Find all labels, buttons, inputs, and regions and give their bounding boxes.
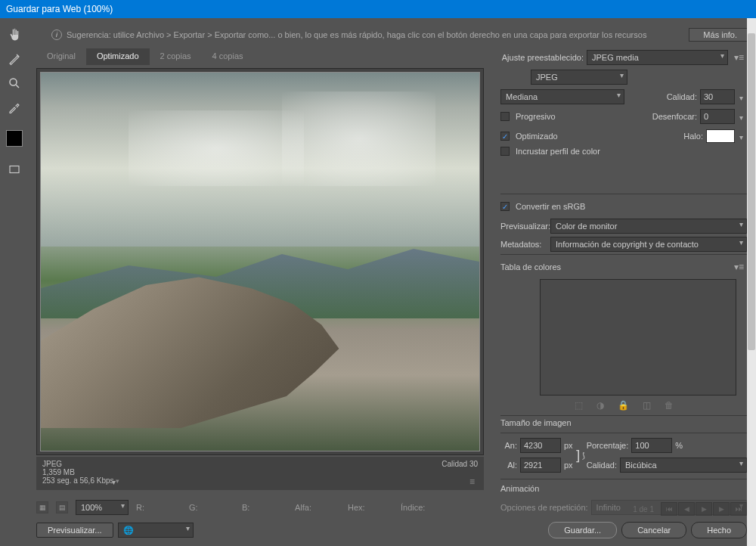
quality-mode-select[interactable]: Mediana: [500, 89, 624, 104]
status-quality: Calidad 30: [442, 460, 478, 468]
preset-menu-icon[interactable]: ▾≡: [731, 52, 747, 63]
browser-select[interactable]: 🌐: [118, 523, 194, 538]
ct-lock-icon[interactable]: 🔒: [618, 400, 629, 411]
hex-readout: Hex:: [348, 503, 393, 512]
indice-readout: Índice:: [401, 503, 446, 512]
resample-label: Calidad:: [587, 461, 617, 470]
embed-profile-label: Incrustar perfil de color: [516, 147, 600, 156]
toggle-slices-icon[interactable]: [5, 160, 23, 178]
preview-image: [41, 73, 479, 451]
ct-shift-icon[interactable]: ◑: [596, 400, 604, 411]
height-label: Al:: [500, 461, 517, 470]
hand-icon: [33, 28, 47, 42]
save-button[interactable]: Guardar...: [548, 522, 617, 538]
preview-label: Previsualizar:: [500, 222, 547, 231]
width-input[interactable]: [520, 438, 561, 453]
preview-select[interactable]: Color de monitor: [550, 219, 747, 234]
blur-label: Desenfocar:: [652, 112, 697, 121]
animation-nav: 1 de 1 ⏮ ◀ ▶ ▶ ⏭: [500, 502, 747, 516]
color-table-title: Tabla de colores: [500, 259, 561, 275]
anim-first-icon: ⏮: [661, 502, 677, 516]
anim-last-icon: ⏭: [730, 502, 747, 516]
color-table-buttons: ⬚ ◑ 🔒 ◫ 🗑: [500, 396, 747, 412]
metadata-select[interactable]: Información de copyright y de contacto: [550, 237, 747, 252]
svg-rect-1: [10, 166, 19, 173]
preview-tabs: Original Optimizado 2 copias 4 copias: [36, 48, 254, 65]
progressive-checkbox[interactable]: [500, 112, 510, 121]
color-table-menu-icon[interactable]: ▾≡: [731, 262, 747, 272]
settings-panel: Ajuste preestablecido: JPEG media ▾≡ JPE…: [500, 48, 747, 518]
preview-area[interactable]: [36, 68, 484, 455]
title-bar: Guardar para Web (100%): [0, 0, 756, 18]
preview-status-bar: JPEGCalidad 30 1,359 MB 253 seg. a 56,6 …: [36, 457, 484, 490]
anim-next-icon: ▶: [713, 502, 730, 516]
image-size-title: Tamaño de imagen: [500, 415, 572, 430]
anim-page: 1 de 1: [633, 505, 654, 513]
optimized-label: Optimizado: [516, 132, 558, 141]
halo-color[interactable]: [706, 129, 735, 143]
percent-input[interactable]: [631, 438, 672, 453]
footer-buttons: Previsualizar... 🌐 Guardar... Cancelar H…: [36, 520, 747, 540]
more-info-button[interactable]: Más info.: [689, 28, 751, 42]
ct-delete-icon[interactable]: 🗑: [665, 400, 674, 411]
progressive-label: Progresivo: [516, 112, 556, 121]
zoom-select[interactable]: 100%: [76, 500, 129, 515]
link-dimensions-icon[interactable]: ]⟆: [575, 448, 585, 464]
r-readout: R:: [136, 503, 181, 512]
srgb-checkbox[interactable]: [500, 202, 510, 211]
alfa-readout: Alfa:: [295, 503, 340, 512]
preview-button[interactable]: Previsualizar...: [36, 523, 113, 538]
hex-toggle-icon[interactable]: ▦: [36, 501, 48, 513]
status-size: 1,359 MB: [42, 468, 478, 476]
cancel-button[interactable]: Cancelar: [621, 522, 686, 538]
slice-tool-icon[interactable]: [5, 50, 23, 68]
width-label: An:: [500, 441, 517, 450]
percent-unit: %: [675, 441, 683, 450]
foreground-color-swatch[interactable]: [6, 130, 23, 147]
tab-original[interactable]: Original: [36, 48, 86, 65]
hand-tool-icon[interactable]: [5, 26, 23, 44]
info-icon: i: [51, 29, 62, 40]
quality-input[interactable]: [700, 89, 735, 104]
srgb-label: Convertir en sRGB: [516, 202, 585, 211]
window-title: Guardar para Web (100%): [6, 4, 113, 14]
eyedropper-tool-icon[interactable]: [5, 98, 23, 116]
svg-point-0: [10, 79, 17, 85]
anim-prev-icon: ◀: [678, 502, 695, 516]
left-toolbar: [0, 18, 29, 546]
format-select[interactable]: JPEG: [531, 70, 627, 85]
tab-optimizado[interactable]: Optimizado: [86, 48, 150, 65]
tab-4copias[interactable]: 4 copias: [202, 48, 254, 65]
color-table: [540, 279, 736, 396]
preset-label: Ajuste preestablecido:: [500, 53, 584, 62]
zoom-tool-icon[interactable]: [5, 74, 23, 92]
ct-new-icon[interactable]: ◫: [643, 400, 651, 411]
optimized-checkbox[interactable]: [500, 132, 510, 141]
done-button[interactable]: Hecho: [691, 522, 747, 538]
tab-2copias[interactable]: 2 copias: [150, 48, 202, 65]
ct-select-icon[interactable]: ⬚: [575, 400, 583, 411]
browser-dither-icon[interactable]: ▤: [56, 501, 68, 513]
blur-input[interactable]: [700, 109, 735, 124]
halo-label: Halo:: [683, 132, 703, 141]
metadata-label: Metadatos:: [500, 240, 547, 249]
hint-bar: i Sugerencia: utilice Archivo > Exportar…: [29, 27, 756, 42]
status-time: 253 seg. a 56,6 Kbps: [42, 476, 114, 485]
g-readout: G:: [189, 503, 234, 512]
height-input[interactable]: [520, 458, 561, 473]
resample-select[interactable]: Bicúbica: [620, 458, 747, 473]
animation-title: Animación: [500, 481, 539, 496]
px-unit-2: px: [564, 461, 573, 470]
hint-text: Sugerencia: utilice Archivo > Exportar >…: [67, 30, 684, 39]
b-readout: B:: [242, 503, 287, 512]
embed-profile-checkbox[interactable]: [500, 147, 510, 156]
px-unit-1: px: [564, 441, 573, 450]
anim-play-icon: ▶: [696, 502, 712, 516]
status-menu-icon[interactable]: ≡: [466, 476, 478, 487]
preset-select[interactable]: JPEG media: [587, 50, 728, 65]
quality-label: Calidad:: [667, 92, 697, 101]
window-scrollbar[interactable]: [747, 18, 756, 546]
percent-label: Porcentaje:: [587, 441, 629, 450]
status-format: JPEG: [42, 460, 62, 468]
